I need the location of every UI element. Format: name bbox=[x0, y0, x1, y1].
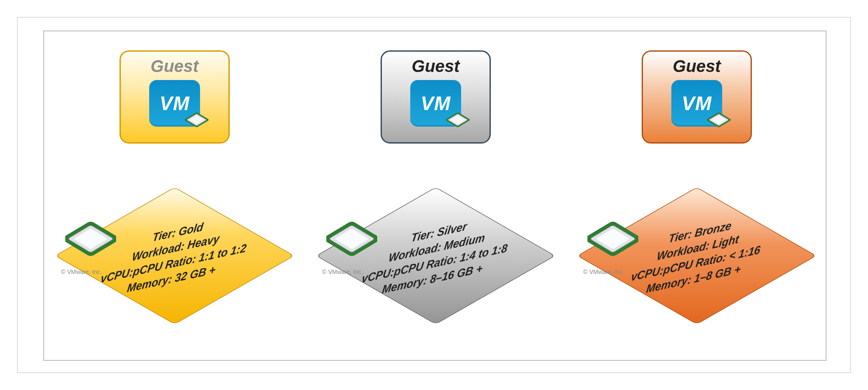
guest-label: Guest bbox=[412, 57, 459, 76]
guest-label: Guest bbox=[150, 57, 198, 76]
tier-gold: Tier: Gold Workload: Heavy vCPU:pCPU Rat… bbox=[44, 31, 305, 362]
copyright-text: © VMware, Inc. bbox=[322, 268, 363, 275]
guest-card-gold: Guest VM bbox=[120, 50, 230, 144]
cpu-chip-icon bbox=[446, 108, 470, 132]
vm-badge-bronze: VM bbox=[671, 80, 722, 127]
outer-frame: Tier: Gold Workload: Heavy vCPU:pCPU Rat… bbox=[17, 17, 851, 373]
copyright-text: © VMware, Inc. bbox=[583, 268, 624, 275]
copyright-text: © VMware, Inc. bbox=[61, 268, 102, 275]
guest-card-bronze: Guest VM bbox=[642, 50, 752, 144]
inner-frame: Tier: Gold Workload: Heavy vCPU:pCPU Rat… bbox=[43, 30, 826, 361]
cpu-chip-icon bbox=[65, 213, 116, 264]
cpu-chip-icon bbox=[185, 108, 209, 132]
vm-badge-silver: VM bbox=[410, 80, 461, 127]
cpu-chip-icon bbox=[707, 108, 731, 132]
vm-badge-gold: VM bbox=[149, 80, 200, 127]
cpu-chip-icon bbox=[587, 213, 638, 264]
guest-label: Guest bbox=[673, 57, 721, 76]
guest-card-silver: Guest VM bbox=[381, 50, 491, 144]
cpu-chip-icon bbox=[326, 213, 377, 264]
tier-bronze: Tier: Bronze Workload: Light vCPU:pCPU R… bbox=[566, 31, 827, 362]
tier-silver: Tier: Silver Workload: Medium vCPU:pCPU … bbox=[305, 31, 566, 362]
